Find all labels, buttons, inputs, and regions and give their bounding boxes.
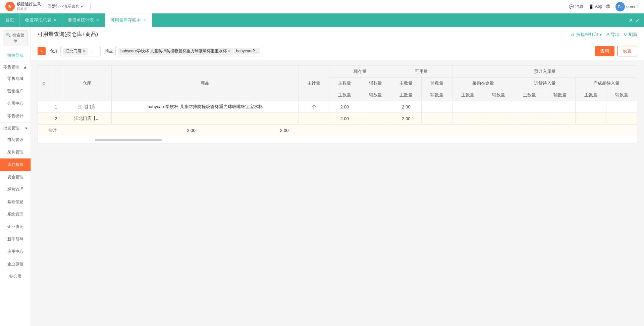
tab-home[interactable]: 首页: [0, 13, 20, 27]
footer-inc-aux: [494, 128, 540, 133]
warehouse-filter: 仓库 江北门店 ✕ ···: [50, 46, 101, 56]
sidebar-item-finance[interactable]: 资金管理: [0, 171, 31, 183]
th-incoming-aux: 辅数量: [545, 89, 576, 101]
sidebar-item-retail-mgmt[interactable]: 零售管理 ▲: [0, 61, 31, 73]
warehouse-more[interactable]: ···: [90, 49, 94, 53]
message-label: 消息: [575, 4, 583, 9]
footer-pur-aux: [401, 128, 447, 133]
quick-nav-button[interactable]: 快捷导航: [0, 50, 31, 61]
tab-bar: 首页 收发存汇总表 ✕ 要货单统计表 ✕ 可用量库存账本 ✕ ✕ ⤢: [0, 13, 644, 27]
td-num-1: 1: [50, 101, 62, 113]
print-chevron-icon: ▾: [599, 32, 602, 37]
warehouse-input[interactable]: 江北门店 ✕ ···: [60, 46, 101, 56]
th-warehouse: 仓库: [62, 66, 112, 101]
refresh-button[interactable]: ↻ 刷新: [624, 32, 637, 38]
sidebar-item-app-center[interactable]: 应用中心: [0, 245, 31, 258]
footer-inc-main: [447, 128, 494, 133]
tab-order-stat[interactable]: 要货单统计表 ✕: [62, 13, 105, 27]
td-avail-aux-2: [422, 113, 452, 125]
td-pur-main-1: [452, 101, 483, 113]
user-menu[interactable]: Ea demo2: [615, 2, 639, 11]
message-button[interactable]: 💬 消息: [569, 4, 583, 9]
footer-current-main: 2.00: [168, 128, 215, 133]
td-unit-1: 个: [299, 101, 329, 113]
sidebar-item-inventory[interactable]: 库存核算: [0, 158, 31, 171]
tab-available-stock-close[interactable]: ✕: [143, 18, 146, 22]
footer-prod-main: [540, 128, 587, 133]
td-inc-main-2: [514, 113, 545, 125]
sidebar-item-enterprise[interactable]: 企业协同: [0, 221, 31, 233]
settings-icon[interactable]: ⚙: [42, 81, 46, 86]
footer-avail-main: 2.00: [261, 128, 308, 133]
sidebar-item-marketing[interactable]: 营销推广: [0, 85, 31, 97]
logo-sub: 标准版: [17, 7, 41, 11]
close-all-tabs-button[interactable]: ✕: [629, 17, 633, 24]
th-production-group: 产成品待入量: [576, 78, 637, 89]
filter-bar: » 仓库 江北门店 ✕ ··· 商品 babycare学饮杯 儿童防摔防撞吸管杯…: [31, 42, 644, 60]
footer-current-aux: [215, 128, 261, 133]
sidebar-item-basic-info[interactable]: 基础信息: [0, 196, 31, 208]
sidebar-item-member2[interactable]: 畅会员: [0, 270, 31, 283]
td-product-2: [112, 113, 299, 125]
td-unit-2: [299, 113, 329, 125]
sidebar-item-operations[interactable]: 经营管理: [0, 183, 31, 196]
sidebar-item-guide[interactable]: 新手引导: [0, 233, 31, 245]
expand-button[interactable]: ⤢: [636, 17, 640, 24]
chevron-up-icon: ▲: [23, 65, 27, 69]
sidebar-item-sys-mgmt[interactable]: 系统管理: [0, 208, 31, 221]
th-unit: 主计量: [299, 66, 329, 101]
main-layout: 🔍 搜索菜单 快捷导航 零售管理 ▲ 零售商城 营销推广 会员中心 零售统计 批…: [0, 27, 644, 326]
footer-prod-aux: [587, 128, 634, 133]
app-download-button[interactable]: 📱 App下载: [589, 4, 610, 9]
th-avail-main2: 主数量: [391, 89, 422, 101]
td-pur-aux-2: [483, 113, 514, 125]
tab-receive-close[interactable]: ✕: [53, 18, 57, 22]
footer-spacer: [75, 128, 168, 133]
warehouse-tag-close[interactable]: ✕: [83, 49, 86, 53]
sidebar-item-member[interactable]: 会员中心: [0, 97, 31, 110]
print-button[interactable]: 🖨 按模板打印 ▾: [571, 32, 602, 38]
td-inc-aux-2: [545, 113, 576, 125]
td-warehouse-1: 江北门店: [62, 101, 112, 113]
th-product: 商品: [112, 66, 299, 101]
th-purchase-main: 主数量: [452, 89, 483, 101]
settings-button[interactable]: 设置: [617, 46, 637, 56]
search-icon: 🔍: [6, 33, 11, 38]
horizontal-scrollbar[interactable]: [95, 139, 162, 141]
th-available-main: 主数量: [391, 78, 422, 89]
td-product-1: babycare学饮杯 儿童防摔防撞吸管杯重力球吸嘴杯宝宝水杯: [112, 101, 299, 113]
th-current-main2: 主数量: [329, 89, 360, 101]
search-menu-button[interactable]: 🔍 搜索菜单: [3, 30, 28, 46]
refresh-icon: ↻: [624, 32, 627, 37]
th-current-aux2: 辅数量: [360, 89, 391, 101]
sidebar-item-ecommerce[interactable]: 电商管理: [0, 134, 31, 146]
page-title: 可用量查询(按仓库+商品): [38, 31, 98, 38]
th-available-group: 可用量: [391, 66, 452, 78]
tab-receive[interactable]: 收发存汇总表 ✕: [20, 13, 62, 27]
td-settings-1: [38, 101, 50, 113]
logo-text: 畅捷通好生意: [17, 2, 41, 6]
sidebar-item-retail-stat[interactable]: 零售统计: [0, 110, 31, 122]
tab-available-stock[interactable]: 可用量库存账本 ✕: [105, 13, 152, 27]
sidebar-item-purchase[interactable]: 采购管理: [0, 146, 31, 158]
avatar: Ea: [615, 2, 625, 11]
sidebar-item-retail-mall[interactable]: 零售商城: [0, 73, 31, 85]
td-inc-main-1: [514, 101, 545, 113]
table-row: 2 江北门店【... 2.00 2.00: [38, 113, 637, 125]
product-input[interactable]: babycare学饮杯 儿童防摔防撞吸管杯重力球吸嘴杯宝宝水杯 ✕ babyca…: [115, 46, 263, 56]
sidebar-item-wecom[interactable]: 企业微信: [0, 258, 31, 270]
product-tag-1-close[interactable]: ✕: [228, 49, 231, 53]
th-settings: ⚙: [38, 66, 50, 101]
table-footer: 合计 2.00 2.00: [38, 125, 637, 136]
query-button[interactable]: 查询: [595, 46, 614, 56]
export-button[interactable]: ↗ 导出: [606, 32, 620, 38]
sidebar-item-wholesale-mgmt[interactable]: 批发管理 ▾: [0, 123, 31, 134]
tab-order-stat-close[interactable]: ✕: [96, 18, 99, 22]
td-current-aux-1: [360, 101, 391, 113]
filter-actions: 查询 设置: [595, 46, 637, 56]
product-filter-label: 商品: [105, 48, 113, 54]
td-avail-main-2: 2.00: [391, 113, 422, 125]
filter-expand-button[interactable]: »: [38, 47, 46, 55]
industry-select[interactable]: 母婴行业演示账套 ▾: [44, 2, 91, 11]
page-header: 可用量查询(按仓库+商品) 🖨 按模板打印 ▾ ↗ 导出 ↻ 刷新: [31, 27, 644, 42]
